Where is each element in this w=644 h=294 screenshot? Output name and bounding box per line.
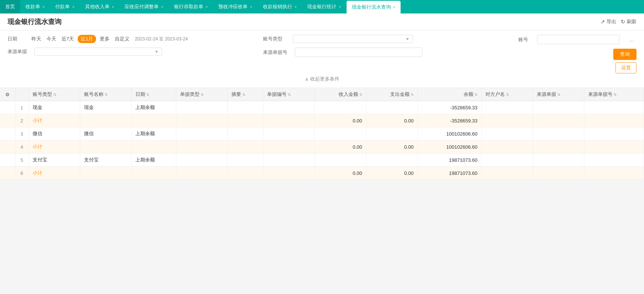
col-income[interactable]: 收入金额⇅ <box>315 88 366 101</box>
sort-account-name[interactable]: ⇅ <box>105 93 108 97</box>
more-options-dots[interactable]: ... <box>629 36 634 43</box>
table-cell <box>481 140 533 154</box>
date-1month[interactable]: 近1月 <box>78 35 96 43</box>
date-7days[interactable]: 近7天 <box>60 35 75 43</box>
header-actions: ↗ 导出 ↻ 刷新 <box>600 18 636 25</box>
sort-income[interactable]: ⇅ <box>359 93 362 97</box>
export-button[interactable]: ↗ 导出 <box>600 18 616 25</box>
table-cell <box>533 101 584 114</box>
table-cell: 微信 <box>80 127 131 140</box>
nav-ar-adjust-close[interactable]: × <box>161 4 163 9</box>
nav-pre-collect[interactable]: 预收冲应收单 × <box>213 0 257 13</box>
date-yesterday[interactable]: 昨天 <box>30 35 43 43</box>
table-row: 5支付宝支付宝上期余额19871073.60 <box>0 154 644 167</box>
settings-button[interactable]: 设置 <box>615 62 636 73</box>
nav-cash-flow[interactable]: 现金银行流水查询 × <box>347 1 401 13</box>
sort-counterparty[interactable]: ⇅ <box>506 93 509 97</box>
table-cell <box>584 154 644 167</box>
account-type-select[interactable]: ▼ <box>293 35 413 43</box>
table-cell: -3528659.33 <box>417 114 481 127</box>
refresh-button[interactable]: ↻ 刷新 <box>621 18 636 25</box>
data-table: ⚙ 账号类型⇅ 账号名称⇅ 日期⇅ 单据类型⇅ 摘要⇅ <box>0 88 644 180</box>
table-cell <box>228 154 263 167</box>
col-gear[interactable]: ⚙ <box>0 88 15 101</box>
nav-cash-stat-close[interactable]: × <box>339 4 341 9</box>
account-type-chevron: ▼ <box>405 37 410 41</box>
table-cell <box>584 114 644 127</box>
table-cell: 6 <box>15 167 29 180</box>
sort-source-doc[interactable]: ⇅ <box>557 93 560 97</box>
col-summary[interactable]: 摘要⇅ <box>228 88 263 101</box>
sort-doc-type[interactable]: ⇅ <box>201 93 204 97</box>
col-num <box>15 88 29 101</box>
table-cell <box>584 101 644 114</box>
date-more[interactable]: 更多 <box>98 35 111 43</box>
table-cell <box>315 101 366 114</box>
col-balance[interactable]: 余额⇅ <box>417 88 481 101</box>
nav-cash-stat[interactable]: 现金银行统计 × <box>302 0 346 13</box>
nav-collect-exec[interactable]: 收款核销执行 × <box>258 0 302 13</box>
sort-expense[interactable]: ⇅ <box>411 93 414 97</box>
nav-receipt[interactable]: 收款单 × <box>20 0 50 13</box>
gear-icon[interactable]: ⚙ <box>5 92 10 97</box>
date-custom[interactable]: 自定义 <box>113 35 131 43</box>
table-cell: 3 <box>15 127 29 140</box>
table-cell <box>228 127 263 140</box>
col-date[interactable]: 日期⇅ <box>131 88 176 101</box>
nav-bank-deposit[interactable]: 银行存取款单 × <box>169 0 213 13</box>
table-cell <box>263 154 315 167</box>
query-button[interactable]: 查询 <box>613 49 636 60</box>
table-cell: 4 <box>15 140 29 154</box>
col-counterparty[interactable]: 对方户名⇅ <box>481 88 533 101</box>
table-cell: 微信 <box>29 127 80 140</box>
source-doc-select[interactable]: ▼ <box>35 48 162 56</box>
table-cell <box>80 114 131 127</box>
col-source-doc-no[interactable]: 来源单据号⇅ <box>584 88 644 101</box>
nav-other-income[interactable]: 其他收入单 × <box>80 0 119 13</box>
table-cell <box>131 167 176 180</box>
sort-doc-no[interactable]: ⇅ <box>288 93 291 97</box>
sort-summary[interactable]: ⇅ <box>242 93 245 97</box>
col-expense[interactable]: 支出金额⇅ <box>366 88 417 101</box>
table-cell <box>176 154 228 167</box>
date-today[interactable]: 今天 <box>45 35 58 43</box>
table-cell <box>228 140 263 154</box>
sort-source-doc-no[interactable]: ⇅ <box>614 93 617 97</box>
table-cell: 100102606.60 <box>417 140 481 154</box>
nav-other-income-close[interactable]: × <box>112 4 114 9</box>
table-cell: 0.00 <box>366 114 417 127</box>
table-cell <box>228 167 263 180</box>
table-cell <box>533 127 584 140</box>
sort-account-type[interactable]: ⇅ <box>53 93 56 97</box>
nav-cash-flow-close[interactable]: × <box>393 5 395 9</box>
sort-date[interactable]: ⇅ <box>146 93 149 97</box>
nav-payment-close[interactable]: × <box>72 4 74 9</box>
table-row: 4小计0.000.00100102606.60 <box>0 140 644 154</box>
nav-pre-collect-close[interactable]: × <box>250 4 252 9</box>
table-cell <box>481 127 533 140</box>
col-source-doc[interactable]: 来源单据⇅ <box>533 88 584 101</box>
sort-balance[interactable]: ⇅ <box>474 93 477 97</box>
nav-receipt-close[interactable]: × <box>42 4 45 9</box>
table-cell <box>0 101 15 114</box>
nav-bank-deposit-close[interactable]: × <box>206 4 208 9</box>
nav-home[interactable]: 首页 <box>0 0 20 13</box>
table-cell <box>0 114 15 127</box>
nav-ar-adjust[interactable]: 应收应付调整单 × <box>119 0 168 13</box>
table-cell <box>481 167 533 180</box>
collapse-bar[interactable]: ∧ 收起更多条件 <box>8 73 636 83</box>
top-nav: 首页 收款单 × 付款单 × 其他收入单 × 应收应付调整单 × 银行存取款单 … <box>0 0 644 13</box>
source-doc-no-input[interactable] <box>295 48 422 57</box>
table-cell <box>263 127 315 140</box>
nav-collect-exec-close[interactable]: × <box>294 4 297 9</box>
col-account-type[interactable]: 账号类型⇅ <box>29 88 80 101</box>
col-doc-type[interactable]: 单据类型⇅ <box>176 88 228 101</box>
table-cell: 19871073.60 <box>417 167 481 180</box>
table-cell <box>0 154 15 167</box>
col-account-name[interactable]: 账号名称⇅ <box>80 88 131 101</box>
nav-payment[interactable]: 付款单 × <box>50 0 80 13</box>
source-doc-chevron: ▼ <box>155 49 159 54</box>
col-doc-no[interactable]: 单据编号⇅ <box>263 88 315 101</box>
account-input[interactable] <box>537 35 620 44</box>
page-header: 现金银行流水查询 ↗ 导出 ↻ 刷新 <box>0 13 644 30</box>
